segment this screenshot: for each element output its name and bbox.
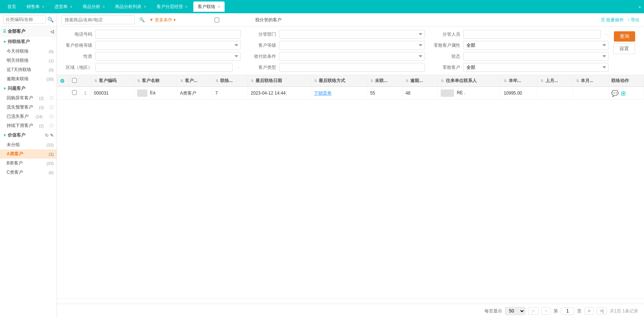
filter-search-icon[interactable]: 🔍: [139, 17, 145, 22]
filter-select-department[interactable]: [279, 30, 425, 39]
sidebar-item-a-class[interactable]: A类客户 (1): [0, 149, 57, 159]
tab-sales[interactable]: 销售单 ×: [22, 1, 49, 12]
group-value-customer[interactable]: ▼ 价值客户 ↻ ✎: [0, 130, 57, 140]
sidebar-item-ungrouped-label: 未分组: [7, 142, 20, 148]
filter-select-price-level[interactable]: [95, 41, 241, 50]
info-icon-abnormal[interactable]: ⓘ: [50, 95, 54, 101]
query-button[interactable]: 查询: [614, 31, 635, 42]
tab-goods-list[interactable]: 商品分析列表 ×: [111, 1, 150, 12]
filter-input-phone[interactable]: [95, 30, 241, 39]
filter-select-customer-level[interactable]: [279, 41, 425, 50]
sort-icon2: ⇅: [137, 79, 140, 83]
row-check-cell: [69, 87, 80, 100]
filter-row-1: 电话号码 分管部门 分管人员 ···: [63, 30, 609, 39]
th-gear[interactable]: ⚙: [57, 75, 69, 87]
tab-customer-contact[interactable]: 客户联络 ×: [193, 1, 224, 12]
batch-icon: ☰: [601, 17, 605, 22]
page-label: 第: [554, 308, 558, 314]
collapse-icon[interactable]: ◁: [50, 29, 54, 34]
th-name: ⇅ 客户名称: [134, 75, 177, 87]
tab-purchase-close[interactable]: ×: [70, 4, 72, 9]
page-size-select[interactable]: 2050100: [505, 307, 525, 315]
group-pending-label: 待联络客户: [8, 39, 30, 45]
row-name: Ea: [150, 90, 155, 95]
tab-sales-label: 销售单: [26, 4, 40, 10]
info-icon-warning[interactable]: ⓘ: [50, 105, 54, 110]
tab-customer-segment-label: 客户分层经营: [157, 4, 183, 10]
sidebar-item-today[interactable]: 今天待联络 (0): [0, 47, 57, 56]
sidebar-item-tomorrow[interactable]: 明天待联络 (1): [0, 56, 57, 65]
filter-select-retail-customer[interactable]: 全部: [463, 63, 609, 72]
prev-page-button[interactable]: <: [541, 307, 551, 315]
info-icon-declining[interactable]: ⓘ: [50, 123, 54, 128]
sidebar-search-input[interactable]: [3, 15, 46, 24]
filter-select-payment[interactable]: [279, 52, 425, 61]
tab-goods-analysis[interactable]: 商品分析 ×: [78, 1, 109, 12]
search-input[interactable]: [61, 15, 135, 24]
tab-customer-segment[interactable]: 客户分层经营 ×: [152, 1, 192, 12]
filter-select-nature[interactable]: [95, 52, 241, 61]
th-check: [69, 75, 80, 87]
last-page-button[interactable]: >|: [597, 307, 607, 315]
filter-select-retail-attr[interactable]: 全部: [463, 41, 609, 50]
my-customers-checkbox-label[interactable]: 我分管的客户: [180, 17, 282, 23]
tab-customer-segment-close[interactable]: ×: [185, 4, 187, 9]
all-customers-header[interactable]: ⠿ 全部客户 ◁: [0, 26, 57, 37]
next-page-button[interactable]: >: [584, 307, 594, 315]
select-all-checkbox[interactable]: [72, 78, 77, 83]
sidebar-item-abnormal-count: (2): [39, 96, 44, 100]
tab-customer-contact-close[interactable]: ×: [218, 4, 220, 9]
tab-home-label: 首页: [7, 4, 16, 10]
sidebar-item-overdue-count: (30): [46, 77, 54, 81]
row-last-date-cell: 2023-04-12 14:44:: [248, 87, 311, 100]
settings-button[interactable]: 设置: [613, 43, 635, 54]
batch-operation-button[interactable]: ☰ 批量操作: [601, 17, 624, 23]
tab-home[interactable]: 首页: [3, 1, 21, 12]
region-dots-icon[interactable]: ···: [237, 65, 241, 70]
sidebar-item-overdue[interactable]: 逾期未联络 (30): [0, 74, 57, 84]
sidebar-search-icon[interactable]: 🔍: [47, 17, 54, 22]
filter-label-payment: 收付款条件: [247, 53, 276, 60]
sidebar-item-warning-count: (3): [39, 105, 44, 110]
sidebar-item-c-class[interactable]: C类客户 (6): [0, 168, 57, 177]
sidebar-item-lost[interactable]: 已流失客户 (24) ⓘ: [0, 112, 57, 121]
refresh-icon[interactable]: ↻: [45, 133, 49, 138]
first-page-button[interactable]: |<: [528, 307, 539, 315]
row-last-method[interactable]: 下销货单: [314, 91, 332, 96]
h-scroll-bar[interactable]: [57, 298, 644, 304]
tab-purchase[interactable]: 进货单 ×: [50, 1, 76, 12]
sidebar-item-ungrouped[interactable]: 未分组 (32): [0, 140, 57, 149]
filter-select-status[interactable]: [463, 52, 609, 61]
table-row: 1 000031 Ea A类客户: [57, 87, 644, 100]
sidebar-item-warning[interactable]: 流失预警客户 (3) ⓘ: [0, 103, 57, 112]
th-code: ⇅ 客户编码: [91, 75, 134, 87]
sidebar-item-abnormal[interactable]: 回购异常客户 (2) ⓘ: [0, 93, 57, 103]
row-checkbox[interactable]: [72, 90, 77, 95]
chat-icon[interactable]: 💬: [611, 90, 619, 97]
filter-input-customer-type[interactable]: [279, 63, 425, 72]
tab-goods-list-close[interactable]: ×: [144, 4, 146, 9]
chevron-down-icon: ▾: [173, 17, 176, 22]
filter-input-region[interactable]: [95, 63, 233, 72]
my-customers-checkbox[interactable]: [180, 18, 254, 22]
export-button[interactable]: ↑ 导出: [627, 17, 640, 23]
page-number-input[interactable]: [561, 307, 574, 315]
export-label: 导出: [631, 17, 640, 23]
sidebar-item-declining[interactable]: 持续下滑客户 (2) ⓘ: [0, 121, 57, 130]
info-icon-lost[interactable]: ⓘ: [50, 114, 54, 119]
sidebar-item-week[interactable]: 近7天待联络 (0): [0, 65, 57, 74]
filter-input-person[interactable]: [463, 30, 601, 39]
person-dots-icon[interactable]: ···: [605, 32, 609, 37]
edit-icon[interactable]: ✎: [50, 133, 54, 138]
th-code-label: 客户编码: [99, 78, 117, 83]
tab-sales-close[interactable]: ×: [42, 4, 44, 9]
grid-action-icon[interactable]: ⊞: [621, 90, 626, 97]
sidebar-item-a-class-label: A类客户: [7, 151, 23, 157]
tab-goods-analysis-close[interactable]: ×: [103, 4, 105, 9]
close-all-button[interactable]: ×: [638, 3, 641, 11]
sidebar-item-b-class[interactable]: B类客户 (33): [0, 159, 57, 168]
gear-icon[interactable]: ⚙: [60, 78, 65, 84]
group-pending-contact[interactable]: ▼ 待联络客户: [0, 37, 57, 47]
more-conditions-button[interactable]: ▼ 更多条件 ▾: [149, 17, 176, 23]
group-problem-customer[interactable]: ▼ 问题客户: [0, 84, 57, 93]
